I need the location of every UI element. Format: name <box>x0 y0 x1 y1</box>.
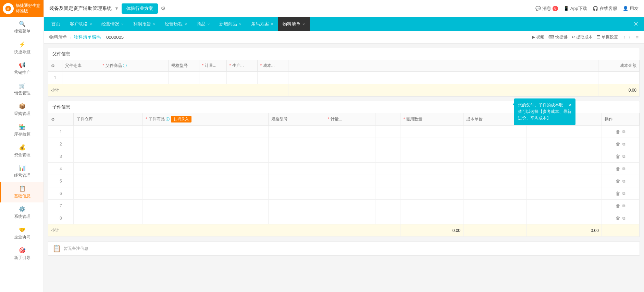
parent-unit-cell[interactable] <box>199 72 226 84</box>
breadcrumb-item-2[interactable]: 物料清单编码 <box>74 34 101 40</box>
sidebar-item-guide[interactable]: 🎯 新手引导 <box>0 244 44 264</box>
child-warehouse-cell[interactable] <box>73 200 143 212</box>
child-spec-cell[interactable] <box>268 200 325 212</box>
shortcut-button[interactable]: ⌨ 快捷键 <box>548 34 568 40</box>
child-warehouse-cell[interactable] <box>73 187 143 200</box>
sidebar-item-purchase[interactable]: 📦 采购管理 <box>0 100 44 120</box>
child-unit-cell[interactable] <box>325 187 375 200</box>
tab-bom[interactable]: 物料清单 × <box>278 17 309 31</box>
tab-close-bom[interactable]: × <box>302 22 305 26</box>
delete-row-icon[interactable]: 🗑 <box>616 141 620 147</box>
child-price-cell[interactable] <box>463 187 526 200</box>
sidebar-item-finance[interactable]: 💰 资金管理 <box>0 141 44 161</box>
child-qty-cell[interactable] <box>400 175 463 187</box>
delete-row-icon[interactable]: 🗑 <box>616 166 620 172</box>
child-column-settings-icon[interactable]: ⚙ <box>51 117 55 122</box>
parent-spec-cell[interactable] <box>168 72 199 84</box>
app-download-button[interactable]: 📱 App下载 <box>564 5 587 12</box>
child-spec-cell[interactable] <box>268 175 325 187</box>
tab-goods[interactable]: 商品 × <box>192 17 214 31</box>
child-warehouse-cell[interactable] <box>73 126 143 138</box>
child-unit-cell[interactable] <box>325 126 375 138</box>
child-warehouse-cell[interactable] <box>73 212 143 224</box>
next-record-arrow[interactable]: › <box>627 34 632 40</box>
child-price-cell[interactable] <box>463 200 526 212</box>
sidebar-item-marketing[interactable]: 📢 营销推广 <box>0 58 44 79</box>
tab-new-goods[interactable]: 新增商品 × <box>214 17 246 31</box>
tab-close-new-goods[interactable]: × <box>239 22 241 26</box>
user-menu-button[interactable]: 👤 用友 <box>623 5 639 12</box>
copy-row-icon[interactable]: ⧉ <box>622 191 626 196</box>
child-product-cell[interactable] <box>143 138 268 150</box>
child-spec-cell[interactable] <box>268 163 325 175</box>
prev-record-arrow[interactable]: ‹ <box>622 34 627 40</box>
child-unit-cell[interactable] <box>325 138 375 150</box>
copy-row-icon[interactable]: ⧉ <box>622 179 626 184</box>
child-product-cell[interactable] <box>143 212 268 224</box>
tab-profit[interactable]: 利润报告 × <box>128 17 160 31</box>
delete-row-icon[interactable]: 🗑 <box>616 215 620 221</box>
child-price-cell[interactable] <box>463 212 526 224</box>
child-spec-cell[interactable] <box>268 138 325 150</box>
single-setting-button[interactable]: ☰ 单据设置 <box>597 34 618 40</box>
breadcrumb-item-1[interactable]: 物料清单 <box>49 34 67 40</box>
tooltip-close-button[interactable]: × <box>569 102 571 108</box>
child-unit-cell[interactable] <box>325 200 375 212</box>
messages-button[interactable]: 💬 消息 6 <box>535 5 558 12</box>
list-view-icon[interactable]: ≡ <box>636 34 639 40</box>
child-unit-cell[interactable] <box>325 175 375 187</box>
child-unit-cell[interactable] <box>325 150 375 163</box>
tab-close-profit[interactable]: × <box>153 22 155 26</box>
column-settings-icon[interactable]: ⚙ <box>51 63 55 68</box>
child-price-cell[interactable] <box>463 163 526 175</box>
sidebar-item-ops[interactable]: 📊 经营管理 <box>0 161 44 182</box>
tab-history[interactable]: 经营历程 × <box>160 17 191 31</box>
copy-row-icon[interactable]: ⧉ <box>622 203 626 208</box>
child-spec-cell[interactable] <box>268 187 325 200</box>
child-qty-cell[interactable] <box>400 187 463 200</box>
tab-home[interactable]: 首页 <box>47 17 65 31</box>
scan-input-button[interactable]: 扫码录入 <box>171 116 191 122</box>
tab-customer[interactable]: 客户联络 × <box>65 17 97 31</box>
delete-row-icon[interactable]: 🗑 <box>616 178 620 184</box>
tab-barcode[interactable]: 条码方案 × <box>246 17 278 31</box>
child-warehouse-cell[interactable] <box>73 163 143 175</box>
child-price-cell[interactable] <box>463 126 526 138</box>
parent-prod-cell[interactable] <box>226 72 257 84</box>
parent-product-cell[interactable] <box>100 72 168 84</box>
copy-row-icon[interactable]: ⧉ <box>622 166 626 171</box>
child-warehouse-cell[interactable] <box>73 150 143 163</box>
tab-close-goods[interactable]: × <box>208 22 210 26</box>
copy-row-icon[interactable]: ⧉ <box>622 216 626 221</box>
parent-warehouse-cell[interactable] <box>62 72 100 84</box>
sidebar-item-system[interactable]: ⚙️ 系统管理 <box>0 202 44 223</box>
delete-row-icon[interactable]: 🗑 <box>616 129 620 135</box>
dropdown-arrow-icon[interactable]: ▼ <box>114 6 119 11</box>
child-product-cell[interactable] <box>143 126 268 138</box>
trial-button[interactable]: 体验行业方案 <box>122 3 158 14</box>
child-warehouse-cell[interactable] <box>73 138 143 150</box>
child-product-cell[interactable] <box>143 163 268 175</box>
child-price-cell[interactable] <box>463 175 526 187</box>
sidebar-item-collab[interactable]: 🤝 企业协同 <box>0 223 44 244</box>
child-product-cell[interactable] <box>143 175 268 187</box>
sidebar-item-basic[interactable]: 📋 基础信息 <box>0 182 44 202</box>
child-unit-cell[interactable] <box>325 163 375 175</box>
child-spec-cell[interactable] <box>268 126 325 138</box>
delete-row-icon[interactable]: 🗑 <box>616 154 620 159</box>
tab-close-history[interactable]: × <box>185 22 187 26</box>
child-qty-cell[interactable] <box>400 200 463 212</box>
tab-close-barcode[interactable]: × <box>271 22 273 26</box>
parent-cost-cell[interactable] <box>257 72 288 84</box>
sidebar-item-search[interactable]: 🔍 搜索菜单 <box>0 17 44 38</box>
child-spec-cell[interactable] <box>268 150 325 163</box>
tab-operation[interactable]: 经营情况 × <box>97 17 128 31</box>
child-qty-cell[interactable] <box>400 212 463 224</box>
child-product-cell[interactable] <box>143 187 268 200</box>
child-qty-cell[interactable] <box>400 126 463 138</box>
copy-row-icon[interactable]: ⧉ <box>622 129 626 134</box>
child-price-cell[interactable] <box>463 138 526 150</box>
sidebar-item-quick-nav[interactable]: ⚡ 快捷导航 <box>0 38 44 58</box>
child-price-cell[interactable] <box>463 150 526 163</box>
view-video-button[interactable]: ▶ 视频 <box>532 34 544 40</box>
